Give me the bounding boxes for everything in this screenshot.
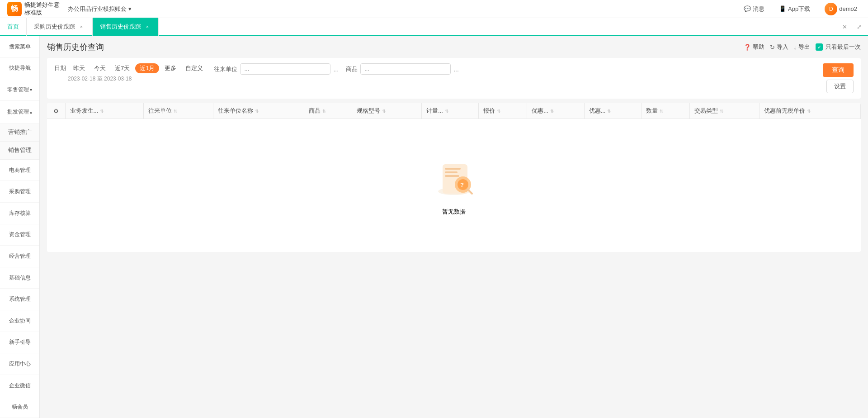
app-download-btn[interactable]: 📱 App下载: [775, 3, 814, 15]
query-button[interactable]: 查询: [823, 63, 854, 77]
sidebar-item-member[interactable]: 畅会员: [0, 396, 39, 418]
expand-window-btn[interactable]: ⤢: [854, 21, 864, 32]
date-btn-today[interactable]: 今天: [90, 63, 109, 73]
company-dropdown[interactable]: 办公用品行业模拟账套 ▾: [64, 3, 135, 15]
logo-text: 畅捷通好生意 标准版: [24, 1, 60, 17]
import-icon: ↻: [770, 44, 775, 51]
date-btn-1month[interactable]: 近1月: [135, 63, 159, 73]
page-actions: ❓ 帮助 ↻ 导入 ↓ 导出 ✓ 只看最后一次: [744, 43, 861, 51]
sort-icon: ⇅: [550, 109, 554, 114]
th-partner-name[interactable]: 往来单位名称 ⇅: [213, 103, 304, 119]
th-trade-type[interactable]: 交易类型 ⇅: [689, 103, 759, 119]
svg-text:?: ?: [460, 181, 464, 188]
message-btn[interactable]: 💬 消息: [740, 3, 768, 15]
th-unit[interactable]: 计量... ⇅: [422, 103, 479, 119]
filter-top-row: 日期 昨天 今天 近7天 近1月 更多 自定义 2023-02-18: [54, 63, 854, 93]
tab-purchase-close[interactable]: ×: [78, 23, 85, 30]
content-area: 销售历史价查询 ❓ 帮助 ↻ 导入 ↓ 导出 ✓: [40, 36, 868, 418]
tab-sales-label: 销售历史价跟踪: [100, 23, 141, 31]
partner-filter-input[interactable]: [240, 63, 330, 75]
partner-filter-dots[interactable]: ...: [333, 66, 339, 73]
sidebar-item-retail-mgmt[interactable]: 零售管理 ▾: [0, 79, 39, 101]
sidebar-item-enterprise-collab[interactable]: 企业协同: [0, 310, 39, 332]
tab-purchase-history[interactable]: 采购历史价跟踪 ×: [27, 18, 93, 36]
date-range-text: 2023-02-18 至 2023-03-18: [68, 76, 132, 82]
sort-icon: ⇅: [382, 109, 386, 114]
phone-icon: 📱: [779, 5, 786, 12]
filter-date-section: 日期 昨天 今天 近7天 近1月 更多 自定义 2023-02-18: [54, 63, 207, 83]
sidebar-wholesale-section: 批发管理 ▴ 营销推广 销售管理: [0, 101, 39, 160]
date-btn-yesterday[interactable]: 昨天: [70, 63, 89, 73]
svg-rect-4: [445, 175, 459, 177]
sidebar-item-purchase-mgmt[interactable]: 采购管理: [0, 181, 39, 203]
header-right: 💬 消息 📱 App下载 D demo2: [740, 1, 861, 17]
th-partner-code[interactable]: 往来单位 ⇅: [143, 103, 213, 119]
filter-action-buttons: 查询 设置: [823, 63, 854, 93]
sort-icon: ⇅: [445, 109, 448, 114]
export-icon: ↓: [794, 44, 797, 51]
sidebar-item-inventory[interactable]: 库存核算: [0, 203, 39, 224]
page-title: 销售历史价查询: [47, 42, 104, 52]
settings-button[interactable]: 设置: [826, 80, 854, 93]
th-biz-date[interactable]: 业务发生... ⇅: [65, 103, 143, 119]
commodity-filter-input[interactable]: [360, 63, 451, 75]
header-left: 畅 畅捷通好生意 标准版 办公用品行业模拟账套 ▾: [7, 1, 135, 17]
th-quantity[interactable]: 数量 ⇅: [641, 103, 689, 119]
th-settings[interactable]: ⚙: [47, 103, 65, 119]
sidebar-item-ecommerce[interactable]: 电商管理: [0, 160, 39, 181]
th-commodity[interactable]: 商品 ⇅: [304, 103, 352, 119]
empty-state-row: ? 暂无数据: [47, 119, 861, 252]
gear-icon: ⚙: [53, 108, 59, 114]
tab-purchase-label: 采购历史价跟踪: [34, 23, 75, 31]
close-window-btn[interactable]: ✕: [839, 21, 850, 32]
sidebar-item-operations[interactable]: 经营管理: [0, 246, 39, 267]
date-btn-more[interactable]: 更多: [161, 63, 180, 73]
tab-home[interactable]: 首页: [0, 18, 27, 36]
logo-icon: 畅: [7, 2, 22, 16]
th-pretax-price[interactable]: 优惠前无税单价 ⇅: [759, 103, 860, 119]
sidebar-item-sales-mgmt[interactable]: 销售管理: [0, 142, 39, 160]
sidebar-item-system-mgmt[interactable]: 系统管理: [0, 289, 39, 310]
help-icon: ❓: [744, 44, 751, 51]
chevron-down-icon: ▾: [128, 5, 132, 12]
svg-rect-3: [445, 171, 458, 173]
empty-state: ? 暂无数据: [47, 119, 861, 252]
checkbox-checked-icon: ✓: [816, 43, 823, 51]
import-link[interactable]: ↻ 导入: [770, 43, 788, 51]
export-link[interactable]: ↓ 导出: [794, 43, 811, 51]
sidebar-item-basic-info[interactable]: 基础信息: [0, 267, 39, 289]
tab-sales-history[interactable]: 销售历史价跟踪 ×: [93, 18, 159, 36]
page-content: 销售历史价查询 ❓ 帮助 ↻ 导入 ↓ 导出 ✓: [40, 36, 868, 257]
partner-filter-label: 往来单位: [214, 65, 237, 73]
help-link[interactable]: ❓ 帮助: [744, 43, 764, 51]
chevron-up-icon: ▴: [30, 109, 32, 114]
sort-icon: ⇅: [720, 109, 723, 114]
date-filter-buttons: 昨天 今天 近7天 近1月 更多 自定义: [70, 63, 207, 73]
th-discount2[interactable]: 优惠... ⇅: [584, 103, 641, 119]
sidebar-item-marketing[interactable]: 营销推广: [0, 124, 39, 142]
sidebar-item-quick-nav[interactable]: 快捷导航: [0, 58, 39, 80]
page-title-bar: 销售历史价查询 ❓ 帮助 ↻ 导入 ↓ 导出 ✓: [47, 42, 861, 52]
date-btn-custom[interactable]: 自定义: [182, 63, 207, 73]
sidebar-item-app-center[interactable]: 应用中心: [0, 353, 39, 375]
commodity-filter-dots[interactable]: ...: [453, 66, 459, 73]
only-last-checkbox-label[interactable]: ✓ 只看最后一次: [816, 43, 861, 51]
user-menu[interactable]: D demo2: [821, 1, 861, 17]
tab-home-label: 首页: [7, 23, 19, 31]
date-btn-7days[interactable]: 近7天: [111, 63, 133, 73]
tab-sales-close[interactable]: ×: [144, 23, 151, 30]
message-icon: 💬: [744, 5, 751, 12]
commodity-filter-label: 商品: [346, 65, 358, 73]
sort-icon: ⇅: [174, 109, 177, 114]
sidebar-item-finance[interactable]: 资金管理: [0, 224, 39, 246]
sidebar-item-new-guide[interactable]: 新手引导: [0, 332, 39, 354]
sidebar-item-wholesale-mgmt[interactable]: 批发管理 ▴: [0, 101, 39, 124]
company-name: 办公用品行业模拟账套: [68, 5, 127, 13]
sort-icon: ⇅: [807, 109, 811, 114]
filter-commodity-group: 商品 ...: [346, 63, 459, 75]
th-spec[interactable]: 规格型号 ⇅: [352, 103, 422, 119]
sidebar-item-search-menu[interactable]: 搜索菜单: [0, 36, 39, 58]
sidebar-item-enterprise-wechat[interactable]: 企业微信: [0, 375, 39, 397]
th-quoted-price[interactable]: 报价 ⇅: [479, 103, 527, 119]
th-discount1[interactable]: 优惠... ⇅: [527, 103, 584, 119]
